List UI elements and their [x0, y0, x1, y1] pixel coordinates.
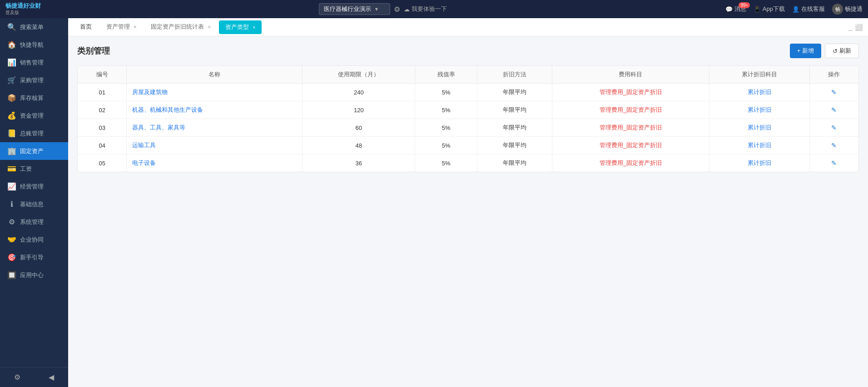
tab-asset-mgmt-close[interactable]: ×	[134, 24, 136, 30]
message-badge: 99+	[739, 2, 749, 8]
sidebar-item-label: 总账管理	[20, 129, 44, 138]
sidebar-item-label: 企业协同	[20, 236, 44, 244]
cell-expense: 管理费用_固定资产折旧	[552, 137, 709, 154]
edit-icon[interactable]: ✎	[831, 89, 837, 96]
sidebar-item-system[interactable]: ⚙ 系统管理	[0, 213, 68, 231]
sidebar: 🔍 搜索菜单 🏠 快捷导航 📊 销售管理 🛒 采购管理 📦 库存核算 💰	[0, 18, 68, 387]
cell-residual: 5%	[415, 119, 477, 137]
sidebar-item-label: 资金管理	[20, 112, 44, 120]
cell-accum: 累计折旧	[709, 154, 809, 172]
table-header-row: 编号 名称 使用期限（月） 残值率 折旧方法 费用科目 累计折旧科目 操作	[78, 66, 858, 84]
mobile-icon: 📱	[754, 6, 761, 13]
message-button[interactable]: 💬 消息 99+	[725, 5, 746, 13]
category-table: 编号 名称 使用期限（月） 残值率 折旧方法 费用科目 累计折旧科目 操作 01	[78, 66, 858, 172]
table-row: 05 电子设备 36 5% 年限平均 管理费用_固定资产折旧 累计折旧 ✎	[78, 154, 858, 172]
cell-name: 机器、机械和其他生产设备	[127, 101, 303, 119]
col-name: 名称	[127, 66, 303, 84]
cell-action: ✎	[809, 137, 858, 154]
sidebar-item-enterprise[interactable]: 🤝 企业协同	[0, 231, 68, 248]
tab-maximize-button[interactable]: ⬜	[855, 24, 863, 31]
col-code: 编号	[78, 66, 127, 84]
cell-code: 01	[78, 84, 127, 101]
app-branding: 畅捷通好业财 普及版	[5, 2, 41, 16]
edit-icon[interactable]: ✎	[831, 159, 837, 167]
cell-code: 05	[78, 154, 127, 172]
edit-icon[interactable]: ✎	[831, 106, 837, 114]
cell-name: 电子设备	[127, 154, 303, 172]
top-bar-right: 💬 消息 99+ 📱 App下载 👤 在线客服 畅 畅捷通	[725, 4, 863, 15]
tab-bar: 首页 资产管理 × 固定资产折旧统计表 × 资产类型 × _ ⬜	[68, 18, 868, 36]
refresh-button[interactable]: ↺ 刷新	[825, 44, 859, 58]
sidebar-item-operations[interactable]: 📈 经营管理	[0, 178, 68, 195]
sidebar-item-salary[interactable]: 💳 工资	[0, 160, 68, 178]
tab-depreciation-close[interactable]: ×	[208, 24, 210, 30]
home-icon: 🏠	[7, 40, 16, 49]
new-button[interactable]: + 新增	[790, 44, 821, 58]
edit-icon[interactable]: ✎	[831, 124, 837, 131]
tab-asset-mgmt[interactable]: 资产管理 ×	[100, 20, 143, 35]
cell-method: 年限平均	[477, 119, 552, 137]
col-action: 操作	[809, 66, 858, 84]
cell-residual: 5%	[415, 154, 477, 172]
tab-minimize-button[interactable]: _	[848, 24, 852, 31]
cell-name: 器具、工具、家具等	[127, 119, 303, 137]
app-download-button[interactable]: 📱 App下载	[754, 5, 785, 13]
sidebar-item-label: 销售管理	[20, 59, 44, 67]
cell-code: 03	[78, 119, 127, 137]
sidebar-item-label: 经营管理	[20, 183, 44, 191]
tab-home[interactable]: 首页	[74, 20, 98, 35]
online-service-button[interactable]: 👤 在线客服	[792, 5, 825, 13]
tab-asset-type-close[interactable]: ×	[253, 25, 255, 30]
tab-asset-type[interactable]: 资产类型 ×	[219, 20, 262, 34]
cell-method: 年限平均	[477, 154, 552, 172]
top-bar: 畅捷通好业财 普及版 医疗器械行业演示 ▼ ⚙ ☁ 我要体验一下 💬 消息 99…	[0, 0, 868, 18]
gear-icon: ⚙	[7, 218, 16, 226]
user-menu-button[interactable]: 畅 畅捷通	[832, 4, 863, 15]
sidebar-item-label: 基础信息	[20, 200, 44, 208]
sidebar-item-inventory[interactable]: 📦 库存核算	[0, 89, 68, 107]
cell-name: 运输工具	[127, 137, 303, 154]
sidebar-item-guide[interactable]: 🎯 新手引导	[0, 248, 68, 266]
sidebar-item-ledger[interactable]: 📒 总账管理	[0, 124, 68, 142]
handshake-icon: 🤝	[7, 235, 16, 244]
user-avatar-icon: 畅	[832, 4, 843, 15]
tab-asset-mgmt-label: 资产管理	[106, 23, 130, 31]
card-icon: 💳	[7, 164, 16, 173]
content-area: 首页 资产管理 × 固定资产折旧统计表 × 资产类型 × _ ⬜ 类	[68, 18, 868, 387]
topbar-settings-icon[interactable]: ⚙	[394, 5, 400, 14]
edit-icon[interactable]: ✎	[831, 142, 837, 149]
col-method: 折旧方法	[477, 66, 552, 84]
sidebar-item-quick-nav[interactable]: 🏠 快捷导航	[0, 36, 68, 54]
cell-period: 60	[303, 119, 415, 137]
sidebar-settings-button[interactable]: ⚙	[10, 371, 24, 383]
company-selector[interactable]: 医疗器械行业演示 ▼	[319, 3, 390, 15]
cell-action: ✎	[809, 119, 858, 137]
col-accum: 累计折旧科目	[709, 66, 809, 84]
tab-bar-actions: _ ⬜	[848, 24, 863, 31]
sidebar-item-sales[interactable]: 📊 销售管理	[0, 54, 68, 71]
sidebar-collapse-button[interactable]: ◀	[45, 371, 58, 383]
sidebar-item-label: 新手引导	[20, 253, 44, 262]
sidebar-item-app-center[interactable]: 🔲 应用中心	[0, 266, 68, 284]
sidebar-item-capital[interactable]: 💰 资金管理	[0, 107, 68, 124]
tab-depreciation-table[interactable]: 固定资产折旧统计表 ×	[144, 20, 217, 35]
sidebar-bottom: ⚙ ◀	[0, 367, 68, 387]
refresh-icon: ↺	[833, 48, 838, 55]
cell-residual: 5%	[415, 101, 477, 119]
cell-method: 年限平均	[477, 137, 552, 154]
sidebar-item-fixed-assets[interactable]: 🏢 固定资产	[0, 142, 68, 160]
cell-period: 240	[303, 84, 415, 101]
col-expense: 费用科目	[552, 66, 709, 84]
cell-expense: 管理费用_固定资产折旧	[552, 101, 709, 119]
sidebar-item-purchase[interactable]: 🛒 采购管理	[0, 71, 68, 89]
experience-button[interactable]: ☁ 我要体验一下	[404, 5, 447, 13]
sidebar-item-basic-info[interactable]: ℹ 基础信息	[0, 195, 68, 213]
page-title: 类别管理	[77, 45, 110, 56]
chevron-down-icon: ▼	[374, 6, 379, 12]
sidebar-item-search[interactable]: 🔍 搜索菜单	[0, 18, 68, 36]
sidebar-scroll: 🔍 搜索菜单 🏠 快捷导航 📊 销售管理 🛒 采购管理 📦 库存核算 💰	[0, 18, 68, 367]
table-row: 02 机器、机械和其他生产设备 120 5% 年限平均 管理费用_固定资产折旧 …	[78, 101, 858, 119]
money-icon: 💰	[7, 111, 16, 120]
tab-asset-type-label: 资产类型	[225, 23, 249, 31]
cell-residual: 5%	[415, 84, 477, 101]
